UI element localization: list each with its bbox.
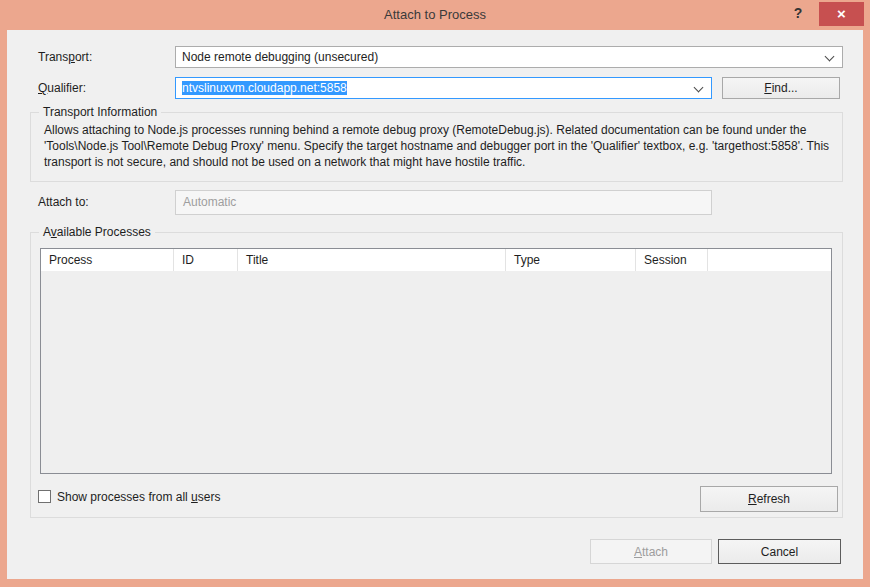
transport-label: Transport: xyxy=(38,50,92,64)
attach-to-field: Automatic xyxy=(175,190,712,215)
help-button[interactable]: ? xyxy=(789,5,807,23)
titlebar[interactable]: Attach to Process ? × xyxy=(0,0,870,30)
column-header-id[interactable]: ID xyxy=(174,249,238,271)
column-header-type[interactable]: Type xyxy=(506,249,636,271)
close-icon: × xyxy=(837,5,846,22)
column-header-empty xyxy=(708,249,831,271)
attach-to-label: Attach to: xyxy=(38,195,89,209)
transport-info-text: Allows attaching to Node.js processes ru… xyxy=(44,122,836,170)
transport-info-title: Transport Information xyxy=(39,105,161,119)
cancel-button[interactable]: Cancel xyxy=(718,539,841,564)
refresh-button[interactable]: Refresh xyxy=(700,486,838,512)
show-all-users-checkbox[interactable] xyxy=(38,490,51,503)
find-button[interactable]: Find... xyxy=(722,77,840,99)
transport-dropdown[interactable]: Node remote debugging (unsecured) xyxy=(175,46,843,68)
attach-button[interactable]: Attach xyxy=(590,539,712,564)
qualifier-combobox[interactable]: ntvslinuxvm.cloudapp.net:5858 xyxy=(175,77,712,99)
qualifier-label: Qualifier: xyxy=(38,81,86,95)
transport-selected-value: Node remote debugging (unsecured) xyxy=(182,50,378,64)
chevron-down-icon xyxy=(825,52,835,62)
available-processes-title: Available Processes xyxy=(39,225,155,239)
close-button[interactable]: × xyxy=(819,2,864,26)
column-header-session[interactable]: Session xyxy=(636,249,708,271)
transport-info-groupbox: Transport Information Allows attaching t… xyxy=(30,112,843,182)
show-all-users-label[interactable]: Show processes from all users xyxy=(57,490,220,504)
dialog-body: Transport: Node remote debugging (unsecu… xyxy=(7,30,863,579)
column-header-process[interactable]: Process xyxy=(41,249,174,271)
chevron-down-icon[interactable] xyxy=(694,83,704,93)
attach-to-process-dialog: Attach to Process ? × Transport: Node re… xyxy=(0,0,870,587)
window-title: Attach to Process xyxy=(0,7,870,22)
qualifier-selected-text[interactable]: ntvslinuxvm.cloudapp.net:5858 xyxy=(182,81,347,95)
attach-to-value: Automatic xyxy=(183,195,236,209)
column-header-title[interactable]: Title xyxy=(238,249,506,271)
process-list[interactable]: Process ID Title Type Session xyxy=(40,248,832,474)
process-list-header: Process ID Title Type Session xyxy=(41,249,831,271)
